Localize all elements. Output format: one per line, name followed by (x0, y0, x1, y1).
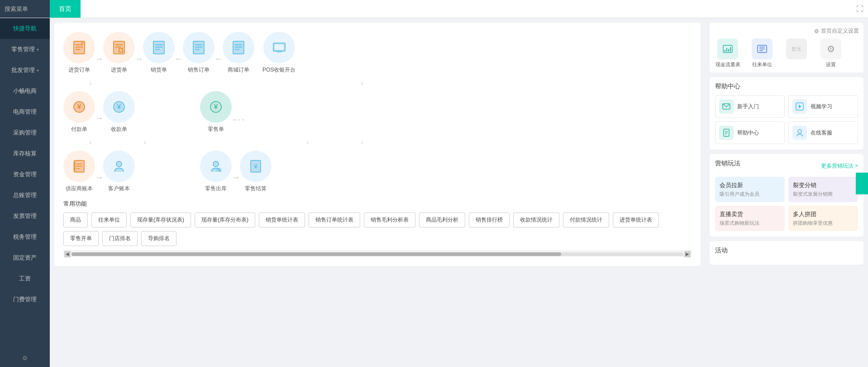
quick-item-label: 现金流量表 (715, 61, 740, 68)
sidebar-item-label: 批发管理 (11, 66, 35, 74)
quick-nav-card: 进货订单 → 进货单 → (54, 23, 701, 266)
sidebar-item-assets[interactable]: 固定资产 (0, 247, 50, 268)
sidebar: 快捷导航 零售管理 ▾ 批发管理 ▾ 小畅电商 电商管理 采购管理 库存核算 资… (0, 18, 50, 367)
func-btn-sales-order-stat[interactable]: 销售订单统计表 (309, 212, 360, 227)
flow-node-payment[interactable]: ¥ 付款单 (63, 91, 95, 133)
marketing-item-group[interactable]: 多人拼团 拼团购物享受优惠 (788, 206, 858, 231)
play-icon (792, 99, 807, 114)
mail-icon (719, 99, 734, 114)
marketing-item-fission[interactable]: 裂变分销 裂变式发展分销商 (788, 177, 858, 202)
float-btn-community[interactable]: 服务社区 (856, 180, 868, 187)
flow-node-retail-settle[interactable]: ¥ 零售结算 (240, 150, 272, 193)
help-item-video[interactable]: 视频学习 (788, 95, 858, 118)
func-btn-product-gross[interactable]: 商品毛利分析 (419, 212, 465, 227)
fullscreen-icon: ⛶ (856, 5, 863, 13)
help-item-service[interactable]: 在线客服 (788, 121, 858, 144)
sidebar-settings[interactable]: ⚙ (0, 349, 50, 367)
quick-access-section: ⚙ 首页自定义设置 现金流量表 往来单位 (710, 23, 863, 72)
scroll-track (72, 252, 683, 256)
sidebar-item-ledger[interactable]: 总账管理 (0, 185, 50, 206)
tab-home[interactable]: 首页 (50, 0, 81, 18)
sidebar-item-purchase[interactable]: 采购管理 (0, 122, 50, 143)
more-marketing-link[interactable]: 更多营销玩法 > (821, 162, 858, 170)
flow-node-purchase[interactable]: 进货单 (103, 32, 135, 74)
quick-item-label: 往来单位 (752, 61, 772, 68)
func-btn-store-rank[interactable]: 门店排名 (102, 231, 138, 246)
marketing-item-live[interactable]: 直播卖货 场景式购物新玩法 (715, 206, 785, 231)
flow-node-purchase-order[interactable]: 进货订单 (63, 32, 95, 74)
func-btn-retail-order[interactable]: 零售开单 (63, 231, 99, 246)
flow-node-retail[interactable]: ¥ 零售单 (200, 91, 232, 133)
sidebar-item-ecom-small[interactable]: 小畅电商 (0, 81, 50, 101)
flow-node-shop-order[interactable]: 商城订单 (223, 32, 254, 74)
marketing-item-sub: 拼团购物享受优惠 (793, 220, 854, 227)
flow-node-pos[interactable]: POS收银开台 (262, 32, 296, 74)
help-item-help[interactable]: 帮助中心 (715, 121, 785, 144)
horizontal-scrollbar[interactable]: ◀ ▶ (63, 251, 692, 257)
svg-rect-21 (275, 44, 284, 50)
v-arrow-1: ↓ (63, 76, 118, 89)
func-btn-sales-rank[interactable]: 销售排行榜 (469, 212, 510, 227)
node-label: 零售单 (208, 126, 224, 133)
func-btn-sales-gross[interactable]: 销售毛利分析表 (364, 212, 415, 227)
sidebar-item-invoice[interactable]: 发票管理 (0, 206, 50, 227)
sidebar-item-inventory[interactable]: 库存核算 (0, 143, 50, 164)
home-settings-header[interactable]: ⚙ 首页自定义设置 (714, 27, 859, 35)
quick-item-none[interactable]: 暂无 (783, 39, 810, 68)
marketing-item-member[interactable]: 会员拉新 吸引用户成为会员 (715, 177, 785, 202)
svg-point-34 (213, 161, 219, 167)
common-functions: 常用功能 商品 往来单位 现存量(库存状况表) 现存量(库存分布表) 销货单统计… (63, 200, 692, 246)
quick-item-cashflow[interactable]: 现金流量表 (714, 39, 741, 68)
help-item-beginner[interactable]: 新手入门 (715, 95, 785, 118)
sidebar-item-tax[interactable]: 税务管理 (0, 227, 50, 247)
sidebar-item-store[interactable]: 门费管理 (0, 289, 50, 310)
help-item-label: 视频学习 (811, 103, 832, 111)
float-buttons: 客服热线 服务社区 桌面快捷 (856, 173, 868, 194)
marketing-header: 营销玩法 更多营销玩法 > (715, 159, 858, 172)
svg-rect-29 (73, 162, 76, 171)
sidebar-item-retail[interactable]: 零售管理 ▾ (0, 39, 50, 60)
func-btn-payment-stat[interactable]: 付款情况统计 (563, 212, 609, 227)
func-btn-purchase-stat[interactable]: 进货单统计表 (613, 212, 659, 227)
svg-text:¥: ¥ (117, 103, 121, 111)
v-arrow-5 (281, 76, 335, 89)
sidebar-item-payroll[interactable]: 工资 (0, 268, 50, 289)
flow-node-receipt[interactable]: ¥ 收款单 (103, 91, 135, 133)
search-menu[interactable]: 搜索菜单 (0, 0, 50, 18)
flow-node-sales[interactable]: 销货单 (143, 32, 175, 74)
v-arrow-p1: ↓ (63, 135, 118, 149)
sidebar-item-finance[interactable]: 资金管理 (0, 164, 50, 185)
func-btn-stock-dist[interactable]: 现存量(库存分布表) (195, 212, 255, 227)
help-center-title: 帮助中心 (715, 82, 858, 91)
func-btn-receipt-stat[interactable]: 收款情况统计 (513, 212, 559, 227)
sidebar-item-wholesale[interactable]: 批发管理 ▾ (0, 60, 50, 81)
flow-node-retail-out[interactable]: 零售出库 (200, 150, 232, 193)
sidebar-item-ecom[interactable]: 电商管理 (0, 101, 50, 122)
sidebar-item-quicknav[interactable]: 快捷导航 (0, 18, 50, 39)
v-arrow-2 (118, 76, 172, 89)
right-panel: ⚙ 首页自定义设置 现金流量表 往来单位 (705, 18, 868, 367)
func-btn-partners[interactable]: 往来单位 (91, 212, 127, 227)
quick-item-partners[interactable]: 往来单位 (749, 39, 776, 68)
flow-node-customer-ledger[interactable]: 客户账本 (103, 150, 135, 193)
scroll-left-button[interactable]: ◀ (64, 251, 71, 257)
flow-node-sales-order[interactable]: 销售订单 (183, 32, 215, 74)
func-btn-sales-stat[interactable]: 销货单统计表 (259, 212, 305, 227)
func-btn-guide-rank[interactable]: 导购排名 (141, 231, 176, 246)
v-arrow-p6: ↓ (335, 135, 389, 149)
float-btn-desktop[interactable]: 桌面快捷 (856, 187, 868, 194)
svg-point-33 (116, 161, 122, 167)
float-btn-service[interactable]: 客服热线 (856, 173, 868, 180)
func-btn-stock-status[interactable]: 现存量(库存状况表) (130, 212, 191, 227)
func-btn-product[interactable]: 商品 (63, 212, 88, 227)
fullscreen-button[interactable]: ⛶ (852, 0, 868, 18)
quick-item-settings[interactable]: ⚙ 设置 (817, 39, 844, 68)
sidebar-item-label: 发票管理 (13, 212, 37, 220)
flow-node-supplier-ledger[interactable]: 供应商账本 (63, 150, 95, 193)
svg-rect-11 (193, 41, 204, 54)
sidebar-item-label: 门费管理 (13, 295, 37, 304)
v-arrow-6: ↓ (335, 76, 389, 89)
v-arrow-p3 (172, 135, 226, 149)
doc-icon (719, 126, 734, 140)
scroll-right-button[interactable]: ▶ (684, 251, 691, 257)
